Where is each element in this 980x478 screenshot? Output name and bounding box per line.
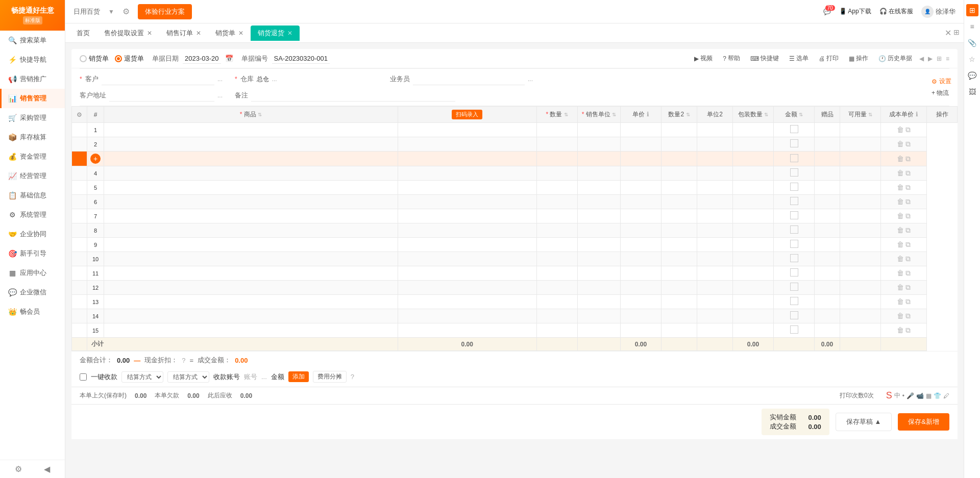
prev-record-icon[interactable]: ◀ — [919, 55, 924, 62]
row-product[interactable] — [104, 181, 398, 195]
close-tab-salesbill[interactable]: ✕ — [238, 30, 243, 37]
settings-icon[interactable]: ⚙ — [122, 7, 130, 16]
row-sales-unit[interactable] — [536, 166, 577, 181]
row-amount[interactable] — [733, 166, 774, 181]
row-qty2[interactable] — [621, 252, 662, 266]
row-qty2[interactable] — [621, 238, 662, 252]
app-download-btn[interactable]: 📱 App下载 — [839, 7, 871, 16]
row-cost-price[interactable] — [840, 252, 881, 266]
row-cost-price[interactable] — [840, 123, 881, 137]
row-avail[interactable] — [815, 266, 840, 281]
row-product[interactable] — [104, 281, 398, 295]
row-qty[interactable] — [398, 238, 536, 252]
sort-amount-icon[interactable]: ⇅ — [799, 112, 803, 117]
row-gift[interactable] — [774, 152, 815, 166]
list-view-icon[interactable]: ≡ — [946, 55, 949, 62]
sidebar-item-enterprise[interactable]: 🤝 企业协同 — [0, 224, 65, 244]
row-qty2[interactable] — [621, 309, 662, 323]
date-value[interactable]: 2023-03-20 — [183, 54, 221, 64]
product-input[interactable] — [107, 141, 395, 148]
row-gift[interactable] — [774, 223, 815, 238]
row-product[interactable] — [104, 137, 398, 152]
right-panel-list-btn[interactable]: ≡ — [966, 20, 978, 33]
row-unit2[interactable] — [662, 281, 697, 295]
row-qty[interactable] — [398, 281, 536, 295]
row-avail[interactable] — [815, 181, 840, 195]
row-qty2[interactable] — [621, 223, 662, 238]
address-input[interactable] — [109, 89, 214, 102]
row-unit2[interactable] — [662, 166, 697, 181]
row-price[interactable] — [577, 123, 620, 137]
right-panel-attachment-btn[interactable]: 📎 — [966, 37, 978, 49]
salesperson-input[interactable] — [413, 73, 525, 85]
scan-button[interactable]: 扫码录入 — [452, 110, 482, 119]
gift-checkbox[interactable] — [790, 283, 798, 291]
sidebar-item-finance[interactable]: 💰 资金管理 — [0, 147, 65, 166]
row-price[interactable] — [577, 266, 620, 281]
number-value[interactable]: SA-20230320-001 — [272, 54, 330, 64]
row-price[interactable] — [577, 181, 620, 195]
row-avail[interactable] — [815, 137, 840, 152]
grid-view-icon[interactable]: ⊞ — [937, 55, 942, 62]
delete-row-button[interactable]: 🗑 — [897, 125, 904, 134]
video-btn[interactable]: ▶ 视频 — [691, 53, 716, 64]
product-input[interactable] — [107, 170, 395, 177]
sort-unit-icon[interactable]: ⇅ — [612, 112, 616, 117]
logistics-btn[interactable]: + 物流 — [932, 89, 949, 97]
row-gift[interactable] — [774, 281, 815, 295]
right-panel-image-btn[interactable]: 🖼 — [966, 86, 978, 98]
product-input[interactable] — [107, 155, 395, 162]
delete-row-button[interactable]: 🗑 — [897, 140, 904, 148]
copy-row-button[interactable]: ⧉ — [905, 283, 911, 291]
row-unit2[interactable] — [662, 209, 697, 223]
row-pkg-qty[interactable] — [697, 152, 733, 166]
row-gift[interactable] — [774, 252, 815, 266]
expense-help-icon[interactable]: ? — [351, 373, 354, 381]
tab-sales-bill[interactable]: 销货单 ✕ — [208, 26, 251, 41]
row-product[interactable] — [104, 195, 398, 209]
copy-row-button[interactable]: ⧉ — [905, 297, 911, 306]
row-qty[interactable] — [398, 181, 536, 195]
delete-row-button[interactable]: 🗑 — [897, 283, 904, 291]
row-unit2[interactable] — [662, 309, 697, 323]
product-input[interactable] — [107, 298, 395, 306]
row-gift[interactable] — [774, 181, 815, 195]
row-qty[interactable] — [398, 309, 536, 323]
sidebar-item-sales[interactable]: 📊 销售管理 — [0, 89, 65, 108]
row-amount[interactable] — [733, 195, 774, 209]
row-qty2[interactable] — [621, 209, 662, 223]
row-amount[interactable] — [733, 252, 774, 266]
row-price[interactable] — [577, 323, 620, 338]
customer-dots[interactable]: ... — [217, 76, 223, 83]
tab-home[interactable]: 首页 — [69, 26, 97, 41]
sidebar-item-marketing[interactable]: 📢 营销推广 — [0, 69, 65, 89]
dropdown-arrow[interactable]: ▼ — [108, 8, 114, 15]
row-amount[interactable] — [733, 137, 774, 152]
row-qty2[interactable] — [621, 152, 662, 166]
add-row-button[interactable]: + — [90, 154, 101, 164]
row-amount[interactable] — [733, 323, 774, 338]
row-product[interactable] — [104, 238, 398, 252]
product-input[interactable] — [107, 184, 395, 191]
row-qty[interactable] — [398, 323, 536, 338]
row-price[interactable] — [577, 195, 620, 209]
row-cost-price[interactable] — [840, 266, 881, 281]
product-input[interactable] — [107, 127, 395, 134]
gift-checkbox[interactable] — [790, 139, 798, 147]
delete-row-button[interactable]: 🗑 — [897, 297, 904, 306]
row-cost-price[interactable] — [840, 238, 881, 252]
type-sales-bill[interactable]: 销货单 — [80, 54, 109, 63]
row-pkg-qty[interactable] — [697, 252, 733, 266]
row-pkg-qty[interactable] — [697, 223, 733, 238]
row-sales-unit[interactable] — [536, 281, 577, 295]
row-price[interactable] — [577, 137, 620, 152]
product-input[interactable] — [107, 327, 395, 334]
row-unit2[interactable] — [662, 152, 697, 166]
row-qty[interactable] — [398, 295, 536, 309]
sort-qty2-icon[interactable]: ⇅ — [686, 112, 690, 117]
sort-avail-icon[interactable]: ⇅ — [868, 112, 872, 117]
delete-row-button[interactable]: 🗑 — [897, 197, 904, 206]
close-tab-salesorder[interactable]: ✕ — [196, 30, 201, 37]
row-cost-price[interactable] — [840, 181, 881, 195]
print-btn[interactable]: 🖨 打印 — [816, 53, 842, 64]
